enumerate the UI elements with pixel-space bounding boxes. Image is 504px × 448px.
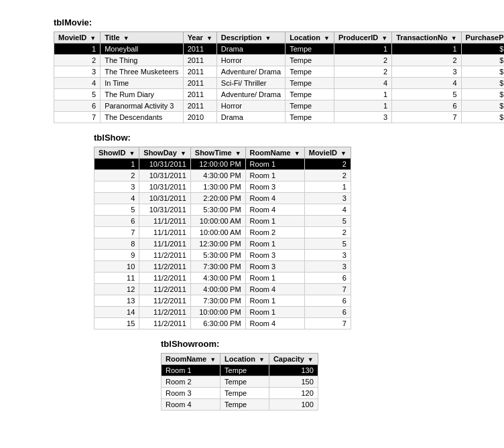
table-row[interactable]: 15 11/2/2011 6:30:00 PM Room 4 7: [94, 318, 351, 329]
cell-title: Moneyball: [101, 44, 183, 55]
col-location[interactable]: Location ▼: [286, 32, 334, 44]
cell-year: 2010: [183, 112, 216, 123]
cell-showtime: 6:30:00 PM: [190, 318, 245, 329]
cell-showid: 14: [94, 307, 139, 318]
table-row[interactable]: 7 The Descendants 2010 Drama Tempe 3 7 $…: [54, 112, 505, 123]
cell-showtime: 4:00:00 PM: [190, 284, 245, 295]
cell-location: Tempe: [220, 365, 269, 376]
cell-location: Tempe: [220, 388, 269, 399]
cell-producerid: 2: [334, 66, 391, 78]
table-row[interactable]: 10 11/2/2011 7:30:00 PM Room 3 3: [94, 261, 351, 273]
col-showid[interactable]: ShowID ▼: [94, 147, 139, 159]
cell-year: 2011: [183, 66, 216, 78]
table-row[interactable]: 6 Paranormal Activity 3 2011 Horror Temp…: [54, 100, 505, 112]
col-roomname[interactable]: RoomName ▼: [162, 354, 220, 365]
col-movieid[interactable]: MovieID ▼: [304, 147, 351, 159]
cell-year: 2011: [183, 100, 216, 112]
col-producerid[interactable]: ProducerID ▼: [334, 32, 391, 44]
cell-showday: 11/2/2011: [139, 307, 191, 318]
cell-purchaseprice: $560.00: [461, 112, 504, 123]
cell-roomname: Room 2: [162, 376, 220, 388]
table-row[interactable]: 5 The Rum Diary 2011 Adventure/ Drama Te…: [54, 89, 505, 100]
table-row[interactable]: Room 1 Tempe 130: [162, 365, 318, 376]
col-purchaseprice[interactable]: PurchasePrice ▼: [461, 32, 504, 44]
table-row[interactable]: Room 2 Tempe 150: [162, 376, 318, 388]
cell-location: Tempe: [286, 112, 334, 123]
cell-roomname: Room 3: [245, 181, 304, 193]
table-row[interactable]: 12 11/2/2011 4:00:00 PM Room 4 7: [94, 284, 351, 295]
cell-title: Paranormal Activity 3: [101, 100, 183, 112]
table-row[interactable]: 7 11/1/2011 10:00:00 AM Room 2 2: [94, 227, 351, 238]
cell-location: Tempe: [286, 66, 334, 78]
cell-movieid: 2: [304, 227, 351, 238]
col-transactionno[interactable]: TransactionNo ▼: [392, 32, 461, 44]
cell-description: Adventure/ Drama: [216, 66, 285, 78]
cell-showday: 11/1/2011: [139, 227, 191, 238]
cell-transactionno: 3: [392, 66, 461, 78]
show-section-title: tblShow:: [94, 133, 491, 143]
cell-movieid: 4: [304, 204, 351, 216]
col-roomname[interactable]: RoomName ▼: [245, 147, 304, 159]
cell-year: 2011: [183, 55, 216, 66]
cell-description: Drama: [216, 44, 285, 55]
col-title[interactable]: Title ▼: [101, 32, 183, 44]
cell-location: Tempe: [286, 89, 334, 100]
cell-movieid: 5: [304, 216, 351, 227]
table-row[interactable]: 2 The Thing 2011 Horror Tempe 2 2 $500.0…: [54, 55, 505, 66]
movie-section-title: tblMovie:: [54, 17, 491, 27]
cell-producerid: 2: [334, 55, 391, 66]
cell-roomname: Room 4: [245, 193, 304, 204]
cell-purchaseprice: $603.00: [461, 44, 504, 55]
cell-movieid: 2: [304, 170, 351, 181]
table-row[interactable]: 9 11/2/2011 5:30:00 PM Room 3 3: [94, 250, 351, 261]
cell-roomname: Room 1: [245, 159, 304, 170]
table-row[interactable]: 5 10/31/2011 5:30:00 PM Room 4 4: [94, 204, 351, 216]
table-row[interactable]: 6 11/1/2011 10:00:00 AM Room 1 5: [94, 216, 351, 227]
cell-roomname: Room 1: [245, 307, 304, 318]
col-year[interactable]: Year ▼: [183, 32, 216, 44]
cell-showtime: 12:30:00 PM: [190, 238, 245, 250]
table-row[interactable]: 8 11/1/2011 12:30:00 PM Room 1 5: [94, 238, 351, 250]
col-location[interactable]: Location ▼: [220, 354, 269, 365]
table-row[interactable]: 13 11/2/2011 7:30:00 PM Room 1 6: [94, 295, 351, 307]
cell-showid: 9: [94, 250, 139, 261]
col-description[interactable]: Description ▼: [216, 32, 285, 44]
table-row[interactable]: 4 10/31/2011 2:20:00 PM Room 4 3: [94, 193, 351, 204]
cell-showid: 10: [94, 261, 139, 273]
cell-movieid: 3: [304, 250, 351, 261]
cell-showid: 2: [94, 170, 139, 181]
col-showday[interactable]: ShowDay ▼: [139, 147, 191, 159]
cell-location: Tempe: [220, 399, 269, 410]
cell-transactionno: 1: [392, 44, 461, 55]
col-showtime[interactable]: ShowTime ▼: [190, 147, 245, 159]
table-row[interactable]: Room 3 Tempe 120: [162, 388, 318, 399]
cell-showday: 11/2/2011: [139, 318, 191, 329]
cell-showtime: 1:30:00 PM: [190, 181, 245, 193]
cell-showday: 11/2/2011: [139, 261, 191, 273]
cell-movieid: 6: [304, 295, 351, 307]
cell-description: Adventure/ Drama: [216, 89, 285, 100]
table-row[interactable]: 3 10/31/2011 1:30:00 PM Room 3 1: [94, 181, 351, 193]
table-row[interactable]: 1 Moneyball 2011 Drama Tempe 1 1 $603.00…: [54, 44, 505, 55]
table-row[interactable]: 1 10/31/2011 12:00:00 PM Room 1 2: [94, 159, 351, 170]
table-row[interactable]: 14 11/2/2011 10:00:00 PM Room 1 6: [94, 307, 351, 318]
table-row[interactable]: 3 The Three Musketeers 2011 Adventure/ D…: [54, 66, 505, 78]
cell-showid: 3: [94, 181, 139, 193]
cell-movieid: 6: [304, 307, 351, 318]
cell-showday: 11/2/2011: [139, 273, 191, 284]
cell-roomname: Room 4: [245, 318, 304, 329]
table-row[interactable]: 4 In Time 2011 Sci-Fi/ Thriller Tempe 4 …: [54, 78, 505, 89]
cell-location: Tempe: [286, 55, 334, 66]
table-row[interactable]: 11 11/2/2011 4:30:00 PM Room 1 6: [94, 273, 351, 284]
table-row[interactable]: 2 10/31/2011 4:30:00 PM Room 1 2: [94, 170, 351, 181]
cell-showtime: 5:30:00 PM: [190, 204, 245, 216]
cell-roomname: Room 1: [162, 365, 220, 376]
table-row[interactable]: Room 4 Tempe 100: [162, 399, 318, 410]
cell-transactionno: 4: [392, 78, 461, 89]
cell-showday: 11/1/2011: [139, 238, 191, 250]
cell-showid: 15: [94, 318, 139, 329]
cell-roomname: Room 1: [245, 295, 304, 307]
cell-showid: 1: [94, 159, 139, 170]
col-movieid[interactable]: MovieID ▼: [54, 32, 101, 44]
col-capacity[interactable]: Capacity ▼: [269, 354, 318, 365]
